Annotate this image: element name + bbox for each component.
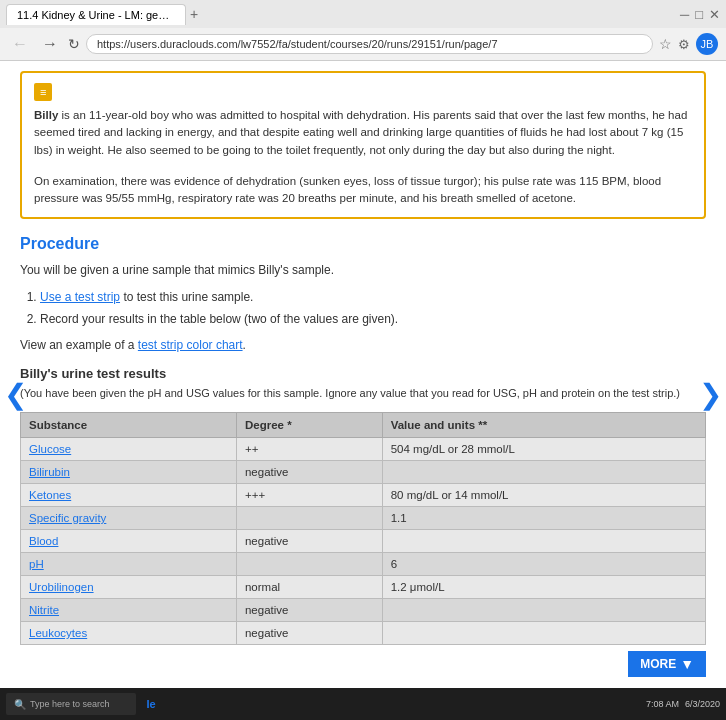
ie-label: Ie — [146, 698, 155, 710]
table-header-row: Substance Degree * Value and units ** — [21, 412, 706, 437]
taskbar-ie-icon[interactable]: Ie — [140, 693, 162, 715]
table-row: pH6 — [21, 552, 706, 575]
case-icon: ≡ — [34, 83, 52, 101]
value-cell: 504 mg/dL or 28 mmol/L — [382, 437, 705, 460]
table-row: Leukocytesnegative — [21, 621, 706, 644]
substance-cell[interactable]: Glucose — [21, 437, 237, 460]
profile-avatar[interactable]: JB — [696, 33, 718, 55]
forward-button[interactable]: → — [38, 33, 62, 55]
test-strip-color-chart-link[interactable]: test strip color chart — [138, 338, 243, 352]
use-test-strip-link[interactable]: Use a test strip — [40, 290, 120, 304]
substance-cell[interactable]: Specific gravity — [21, 506, 237, 529]
browser-chrome: 11.4 Kidney & Urine - LM: gen... x × + ─… — [0, 0, 726, 61]
clock-date: 6/3/2020 — [685, 699, 720, 709]
table-row: Ketones+++80 mg/dL or 14 mmol/L — [21, 483, 706, 506]
results-note: (You have been given the pH and USG valu… — [20, 385, 706, 402]
substance-cell[interactable]: Nitrite — [21, 598, 237, 621]
table-row: Urobilinogennormal1.2 μmol/L — [21, 575, 706, 598]
value-cell — [382, 621, 705, 644]
bookmark-icon[interactable]: ☆ — [659, 36, 672, 52]
browser-tab[interactable]: 11.4 Kidney & Urine - LM: gen... x × — [6, 4, 186, 25]
close-btn[interactable]: ✕ — [709, 7, 720, 22]
procedure-section-title: Procedure — [20, 235, 706, 253]
search-icon: 🔍 — [14, 699, 26, 710]
degree-cell: negative — [236, 529, 382, 552]
more-label: MORE — [640, 657, 676, 671]
col-substance: Substance — [21, 412, 237, 437]
case-paragraph-2: On examination, there was evidence of de… — [34, 173, 692, 208]
degree-cell: ++ — [236, 437, 382, 460]
substance-cell[interactable]: Bilirubin — [21, 460, 237, 483]
value-cell — [382, 529, 705, 552]
value-cell: 1.2 μmol/L — [382, 575, 705, 598]
case-paragraph-1: Billy is an 11-year-old boy who was admi… — [34, 107, 692, 159]
substance-cell[interactable]: Blood — [21, 529, 237, 552]
results-table: Substance Degree * Value and units ** Gl… — [20, 412, 706, 645]
new-tab-button[interactable]: + — [190, 6, 198, 22]
degree-cell: negative — [236, 460, 382, 483]
prev-page-arrow[interactable]: ❮ — [4, 377, 27, 410]
value-cell: 80 mg/dL or 14 mmol/L — [382, 483, 705, 506]
reload-button[interactable]: ↻ — [68, 36, 80, 52]
minimize-btn[interactable]: ─ — [680, 7, 689, 22]
taskbar: 🔍 Type here to search Ie 7:08 AM 6/3/202… — [0, 688, 726, 720]
degree-cell: negative — [236, 621, 382, 644]
procedure-steps: Use a test strip to test this urine samp… — [40, 287, 706, 330]
view-example-text: View an example of a test strip color ch… — [20, 338, 706, 352]
url-input[interactable]: https://users.duraclouds.com/lw7552/fa/s… — [86, 34, 653, 54]
clock-time: 7:08 AM — [646, 699, 679, 709]
degree-cell — [236, 552, 382, 575]
case-box: ≡ Billy is an 11-year-old boy who was ad… — [20, 71, 706, 219]
substance-cell[interactable]: Leukocytes — [21, 621, 237, 644]
value-cell: 6 — [382, 552, 705, 575]
col-degree: Degree * — [236, 412, 382, 437]
value-cell: 1.1 — [382, 506, 705, 529]
substance-cell[interactable]: pH — [21, 552, 237, 575]
procedure-step-1: Use a test strip to test this urine samp… — [40, 287, 706, 309]
table-row: Specific gravity1.1 — [21, 506, 706, 529]
more-arrow-icon: ▼ — [680, 656, 694, 672]
substance-cell[interactable]: Ketones — [21, 483, 237, 506]
degree-cell — [236, 506, 382, 529]
title-bar: 11.4 Kidney & Urine - LM: gen... x × + ─… — [0, 0, 726, 28]
taskbar-system-tray: 7:08 AM 6/3/2020 — [646, 699, 720, 709]
procedure-intro: You will be given a urine sample that mi… — [20, 261, 706, 279]
degree-cell: normal — [236, 575, 382, 598]
extensions-icon: ⚙ — [678, 37, 690, 52]
page-content: ❮ ❯ ≡ Billy is an 11-year-old boy who wa… — [0, 61, 726, 720]
degree-cell: negative — [236, 598, 382, 621]
value-cell — [382, 598, 705, 621]
substance-cell[interactable]: Urobilinogen — [21, 575, 237, 598]
maximize-btn[interactable]: □ — [695, 7, 703, 22]
table-row: Glucose++504 mg/dL or 28 mmol/L — [21, 437, 706, 460]
taskbar-search[interactable]: 🔍 Type here to search — [6, 693, 136, 715]
table-row: Bilirubinnegative — [21, 460, 706, 483]
taskbar-search-placeholder: Type here to search — [30, 699, 110, 709]
table-row: Nitritenegative — [21, 598, 706, 621]
more-button[interactable]: MORE ▼ — [628, 651, 706, 677]
procedure-step-2: Record your results in the table below (… — [40, 309, 706, 331]
table-row: Bloodnegative — [21, 529, 706, 552]
col-value: Value and units ** — [382, 412, 705, 437]
back-button[interactable]: ← — [8, 33, 32, 55]
address-bar: ← → ↻ https://users.duraclouds.com/lw755… — [0, 28, 726, 60]
results-title: Billy's urine test results — [20, 366, 706, 381]
degree-cell: +++ — [236, 483, 382, 506]
value-cell — [382, 460, 705, 483]
next-page-arrow[interactable]: ❯ — [699, 377, 722, 410]
